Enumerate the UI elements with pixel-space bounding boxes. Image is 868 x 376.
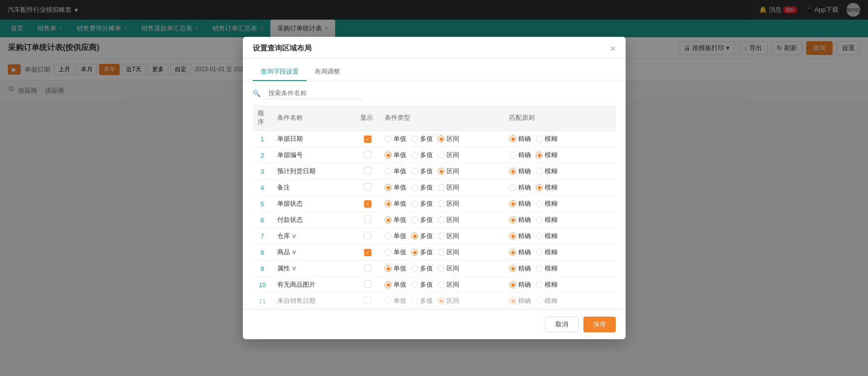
modal-close-button[interactable]: × <box>610 44 616 53</box>
modal-search-area: 🔍 <box>243 81 626 102</box>
search-input[interactable] <box>264 87 363 99</box>
search-icon: 🔍 <box>253 90 261 97</box>
modal-overlay: 设置查询区域布局 × 查询字段设置 布局调整 🔍 顺序 条件名称 <box>0 0 868 102</box>
settings-modal: 设置查询区域布局 × 查询字段设置 布局调整 🔍 顺序 条件名称 <box>243 37 626 102</box>
modal-tab-layout[interactable]: 布局调整 <box>307 63 348 81</box>
modal-tab-query-fields[interactable]: 查询字段设置 <box>253 63 307 81</box>
modal-title: 设置查询区域布局 <box>253 44 312 53</box>
modal-header: 设置查询区域布局 × <box>243 37 626 58</box>
modal-tabs: 查询字段设置 布局调整 <box>243 58 626 81</box>
